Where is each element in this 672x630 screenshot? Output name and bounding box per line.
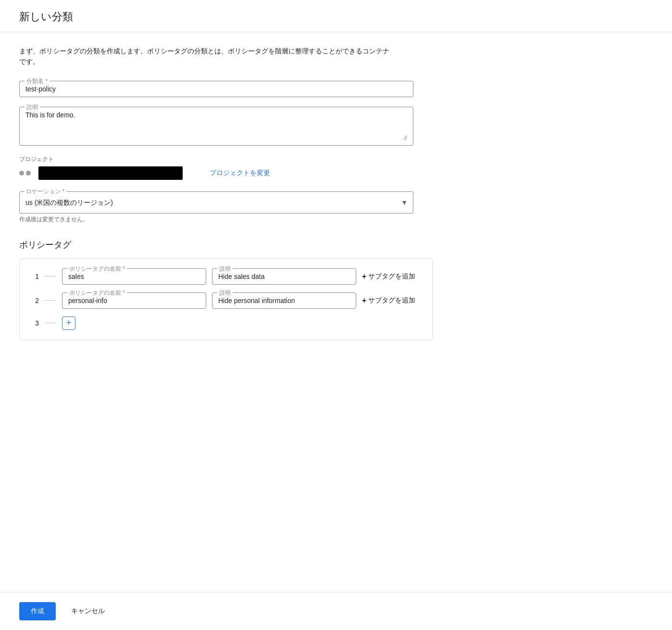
form-section: 分類名 * 説明 This is for demo. プロジェクト: [19, 81, 433, 340]
tag-desc-container-1: 説明: [212, 268, 356, 285]
header-bar: 新しい分類: [0, 0, 672, 32]
location-helper-text: 作成後は変更できません。: [19, 215, 433, 224]
add-tag-number: 3: [29, 319, 39, 327]
tag-row-1: 1 ポリシータグの名前 * 説明 + サブタグを追加: [29, 268, 423, 285]
tag-desc-container-2: 説明: [212, 292, 356, 309]
taxonomy-name-container: 分類名 *: [19, 81, 413, 97]
tag-name-label-2: ポリシータグの名前 *: [67, 289, 127, 297]
tag-row-2: 2 ポリシータグの名前 * 説明 + サブタグを追加: [29, 292, 423, 309]
project-row: プロジェクトを変更: [19, 166, 433, 180]
tag-name-container-2: ポリシータグの名前 *: [62, 292, 206, 309]
tag-name-label-1: ポリシータグの名前 *: [67, 265, 127, 273]
location-select-container: ロケーション * us (米国の複数のリージョン) eu (欧州連合) asia…: [19, 191, 413, 214]
plus-icon-2: +: [362, 296, 366, 305]
description-text: まず、ポリシータグの分類を作成します。ポリシータグの分類とは、ポリシータグを階層…: [19, 46, 394, 67]
location-select[interactable]: us (米国の複数のリージョン) eu (欧州連合) asia-northeas…: [19, 191, 413, 214]
dot-2: [26, 171, 31, 176]
change-project-link[interactable]: プロジェクトを変更: [210, 169, 270, 177]
tag-line-3: [45, 323, 56, 323]
project-dots: [19, 171, 31, 176]
content-area: まず、ポリシータグの分類を作成します。ポリシータグの分類とは、ポリシータグを階層…: [0, 32, 672, 592]
tag-desc-input-2[interactable]: [218, 297, 350, 304]
taxonomy-name-field-group: 分類名 *: [19, 81, 433, 97]
add-tag-row: 3 +: [29, 316, 423, 330]
tag-desc-label-2: 説明: [217, 289, 233, 297]
tag-desc-label-1: 説明: [217, 265, 233, 273]
plus-icon-1: +: [362, 272, 366, 281]
create-button[interactable]: 作成: [19, 602, 56, 620]
tags-container: 1 ポリシータグの名前 * 説明 + サブタグを追加: [19, 258, 433, 340]
project-section: プロジェクト プロジェクトを変更: [19, 155, 433, 180]
footer-bar: 作成 キャンセル: [0, 592, 672, 630]
cancel-button[interactable]: キャンセル: [67, 602, 109, 620]
taxonomy-name-label: 分類名 *: [25, 77, 50, 86]
description-container: 説明 This is for demo.: [19, 107, 413, 146]
tag-line-1: [45, 276, 56, 277]
add-subtag-label-2: サブタグを追加: [368, 296, 415, 305]
dot-1: [19, 171, 24, 176]
location-label: ロケーション *: [24, 188, 66, 196]
policy-tags-title: ポリシータグ: [19, 239, 433, 251]
page-title: 新しい分類: [19, 10, 653, 24]
tag-number-2: 2: [29, 297, 39, 304]
add-subtag-button-2[interactable]: + サブタグを追加: [362, 296, 415, 305]
tag-name-container-1: ポリシータグの名前 *: [62, 268, 206, 285]
project-label: プロジェクト: [19, 155, 433, 164]
add-tag-button[interactable]: +: [62, 316, 75, 330]
tag-name-input-1[interactable]: [68, 273, 200, 280]
tag-name-input-2[interactable]: [68, 297, 200, 304]
add-subtag-label-1: サブタグを追加: [368, 272, 415, 281]
description-input[interactable]: This is for demo.: [25, 111, 407, 140]
page-container: 新しい分類 まず、ポリシータグの分類を作成します。ポリシータグの分類とは、ポリシ…: [0, 0, 672, 630]
add-subtag-button-1[interactable]: + サブタグを追加: [362, 272, 415, 281]
policy-tags-section: ポリシータグ 1 ポリシータグの名前 * 説明: [19, 239, 433, 340]
tag-desc-input-1[interactable]: [218, 273, 350, 280]
description-label: 説明: [25, 103, 40, 112]
tag-line-2: [45, 300, 56, 301]
taxonomy-name-input[interactable]: [25, 85, 407, 93]
tag-number-1: 1: [29, 273, 39, 280]
description-field-group: 説明 This is for demo.: [19, 107, 433, 146]
project-name-redacted: [38, 166, 183, 180]
location-field-group: ロケーション * us (米国の複数のリージョン) eu (欧州連合) asia…: [19, 191, 433, 224]
